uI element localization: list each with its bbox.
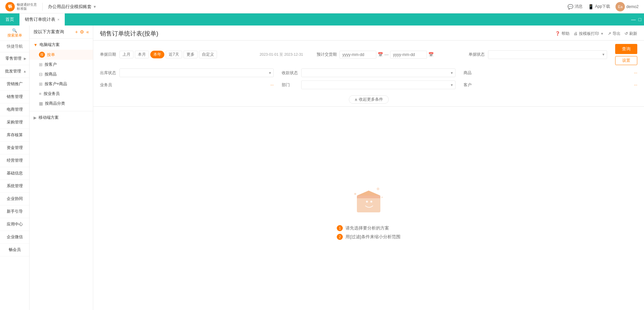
collapse-button[interactable]: ∧ 收起更多条件 — [349, 95, 389, 104]
sidebar-item-members[interactable]: 畅会员 — [0, 244, 29, 256]
by-cust-prod-label: 按客户+商品 — [45, 81, 67, 87]
sidebar-item-retail[interactable]: 零售管理 ▶ — [0, 52, 29, 65]
tab-minimize-icon[interactable]: — — [631, 17, 636, 22]
left-panel-title: 按以下方案查询 — [34, 29, 64, 35]
message-button[interactable]: 💬 消息 — [568, 4, 583, 9]
outbound-status-select[interactable] — [119, 68, 274, 77]
user-menu[interactable]: Ea demo2 — [615, 2, 639, 11]
sidebar-item-inventory[interactable]: 库存核算 — [0, 129, 29, 142]
sidebar-item-finance[interactable]: 资金管理 — [0, 142, 29, 154]
filter-section: 单据日期 上月 本月 本年 近7天 更多 自定义 2023-01-01 至 20… — [93, 41, 644, 93]
section-expand-icon: ▼ — [34, 43, 38, 47]
by-sales-label: 按业务员 — [44, 91, 60, 97]
date-range-display: 2023-01-01 至 2023-12-31 — [260, 52, 303, 57]
collapse-panel-icon[interactable]: « — [86, 29, 89, 35]
sidebar-item-marketing[interactable]: 营销推广 — [0, 78, 29, 91]
tab-home[interactable]: 首页 — [0, 13, 19, 25]
print-icon: 🖨 — [574, 31, 578, 36]
panel-section-mobile-header[interactable]: ▶ 移动端方案 — [30, 113, 93, 122]
tab-maximize-icon[interactable]: □ — [639, 17, 641, 22]
status-filter-cell: 单据状态 ▼ — [469, 50, 607, 59]
sidebar-item-operations[interactable]: 经营管理 — [0, 154, 29, 167]
panel-item-by-category[interactable]: ▦ 按商品分类 — [30, 99, 93, 108]
tab-active[interactable]: 销售订单统计表 × — [19, 13, 65, 25]
panel-section-desktop: ▼ 电脑端方案 按 按单 ⊞ 按客户 ⊟ 按商品 ⊞ 按客户+商品 — [30, 39, 93, 110]
sidebar-item-ecommerce[interactable]: 电商管理 — [0, 103, 29, 116]
sidebar-item-apps[interactable]: 应用中心 — [0, 218, 29, 231]
calendar-start-icon[interactable]: 📅 — [378, 52, 383, 57]
salesperson-ellipsis-btn[interactable]: ··· — [270, 83, 274, 87]
customer-ellipsis-btn[interactable]: ··· — [634, 83, 637, 87]
empty-svg-icon — [348, 177, 389, 217]
date-btn-this-month[interactable]: 本月 — [135, 51, 149, 58]
expected-date-end-input[interactable] — [390, 51, 427, 59]
refresh-label: 刷新 — [629, 31, 637, 37]
by-category-icon: ▦ — [39, 101, 43, 106]
expected-date-label: 预计交货期 — [317, 52, 337, 57]
top-bar-left: 畅 畅捷通好生意 标准版 办公用品行业模拟账套 ▼ — [5, 2, 97, 11]
calendar-end-icon[interactable]: 📅 — [428, 52, 434, 57]
settings-button[interactable]: 设置 — [615, 56, 637, 65]
right-panel: 销售订单统计表(按单) ❓ 帮助 🖨 按模板打印 ▼ ↗ 导出 — [93, 25, 644, 310]
department-label: 部门 — [282, 82, 299, 88]
payment-status-select[interactable] — [301, 68, 455, 77]
avatar: Ea — [615, 2, 625, 11]
panel-section-desktop-header[interactable]: ▼ 电脑端方案 — [30, 40, 93, 50]
app-download-button[interactable]: 📱 App下载 — [588, 4, 610, 9]
tab-active-label: 销售订单统计表 — [25, 16, 55, 22]
empty-illustration — [348, 177, 389, 218]
payment-status-wrapper: ▼ — [301, 68, 455, 77]
panel-item-by-customer-product[interactable]: ⊞ 按客户+商品 — [30, 79, 93, 89]
sidebar-item-guide[interactable]: 新手引导 — [0, 205, 29, 218]
export-button[interactable]: ↗ 导出 — [608, 31, 621, 37]
top-bar: 畅 畅捷通好生意 标准版 办公用品行业模拟账套 ▼ 💬 消息 📱 App下载 E… — [0, 0, 644, 13]
svg-point-3 — [366, 201, 368, 203]
by-order-icon: 按 — [39, 52, 45, 58]
salesperson-cell: 业务员 ··· — [100, 82, 274, 88]
action-buttons: 查询 设置 — [615, 44, 637, 65]
status-select[interactable] — [488, 50, 607, 59]
by-sales-icon: ≡ — [39, 91, 42, 96]
empty-state: 1 请先选择要分析的方案 2 用[过滤]条件来缩小分析范围 — [93, 107, 644, 310]
top-bar-title[interactable]: 办公用品行业模拟账套 ▼ — [48, 4, 97, 10]
print-button[interactable]: 🖨 按模板打印 ▼ — [574, 31, 604, 37]
settings-scheme-icon[interactable]: ⚙ — [80, 29, 84, 35]
content-area: 按以下方案查询 + ⚙ « ▼ 电脑端方案 按 按单 ⊞ 按客户 — [30, 25, 644, 310]
add-scheme-icon[interactable]: + — [75, 29, 78, 35]
date-btn-this-year[interactable]: 本年 — [150, 51, 164, 58]
by-category-label: 按商品分类 — [45, 101, 65, 106]
query-button[interactable]: 查询 — [615, 44, 637, 54]
sidebar-search[interactable]: 🔍 搜索菜单 — [0, 25, 29, 41]
panel-item-by-order[interactable]: 按 按单 — [30, 50, 93, 60]
sidebar-item-wholesale[interactable]: 批发管理 ▲ — [0, 65, 29, 78]
department-select[interactable] — [301, 81, 455, 89]
product-ellipsis-btn[interactable]: ··· — [634, 70, 637, 75]
sidebar-item-wechat[interactable]: 企业微信 — [0, 231, 29, 244]
department-wrapper: ▼ — [301, 81, 455, 89]
panel-item-by-customer[interactable]: ⊞ 按客户 — [30, 60, 93, 69]
collapse-bar[interactable]: ∧ 收起更多条件 — [93, 93, 644, 107]
sidebar-item-system[interactable]: 系统管理 — [0, 180, 29, 193]
date-btn-7days[interactable]: 近7天 — [166, 51, 182, 58]
help-button[interactable]: ❓ 帮助 — [555, 31, 570, 37]
date-btn-more[interactable]: 更多 — [183, 51, 198, 58]
phone-icon: 📱 — [588, 4, 594, 9]
svg-point-5 — [354, 193, 356, 195]
tab-close-icon[interactable]: × — [57, 17, 59, 21]
sidebar-item-basic[interactable]: 基础信息 — [0, 167, 29, 180]
help-label: 帮助 — [561, 31, 570, 37]
sidebar-item-purchase[interactable]: 采购管理 — [0, 116, 29, 129]
expected-date-start-input[interactable] — [339, 51, 376, 59]
svg-point-7 — [377, 188, 379, 190]
filter-row-2: 出库状态 ▼ 收款状态 ▼ 商品 — [100, 68, 637, 77]
refresh-button[interactable]: ↺ 刷新 — [625, 31, 637, 37]
sidebar-shortcut[interactable]: 快捷导航 — [0, 41, 29, 52]
app-download-label: App下载 — [595, 4, 610, 9]
svg-point-6 — [381, 197, 383, 198]
sidebar-item-enterprise[interactable]: 企业协同 — [0, 193, 29, 205]
panel-item-by-product[interactable]: ⊟ 按商品 — [30, 69, 93, 79]
panel-item-by-salesperson[interactable]: ≡ 按业务员 — [30, 89, 93, 99]
sidebar-item-sales[interactable]: 销售管理 — [0, 91, 29, 103]
date-btn-custom[interactable]: 自定义 — [199, 51, 217, 58]
date-btn-last-month[interactable]: 上月 — [119, 51, 133, 58]
